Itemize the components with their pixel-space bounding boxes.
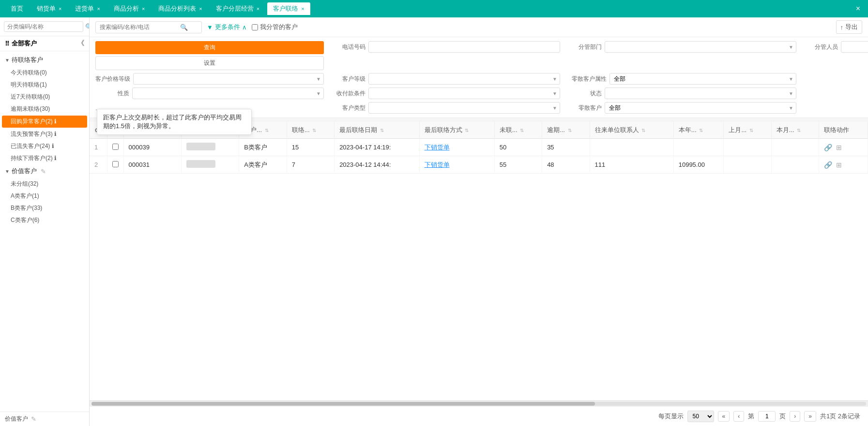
export-icon: ↑ bbox=[840, 24, 844, 31]
close-customer-contact-tab[interactable]: × bbox=[301, 6, 304, 12]
sidebar-group-pending[interactable]: ▼ 待联络客户 bbox=[0, 53, 89, 67]
row-2-link[interactable]: 下销货单 bbox=[425, 161, 450, 168]
sidebar-search-icon[interactable]: 🔍 bbox=[85, 23, 90, 30]
data-table-wrapper[interactable]: ⚙ 客户编码 ⇅ 客户名称 ⇅ 客户... ⇅ 联络... ⇅ 最后联络日期 ⇅… bbox=[90, 122, 868, 400]
search-icon[interactable]: 🔍 bbox=[180, 24, 188, 31]
row-1-link[interactable]: 下销货单 bbox=[425, 144, 450, 151]
col-overdue[interactable]: 逾期... ⇅ bbox=[542, 122, 590, 139]
filter-payment: 收付款条件 ▼ bbox=[332, 88, 560, 99]
nature-select[interactable] bbox=[132, 88, 324, 99]
sidebar-item-class-a[interactable]: A类客户(1) bbox=[0, 190, 89, 202]
page-number-input[interactable] bbox=[758, 411, 776, 422]
customer-search-input[interactable] bbox=[100, 24, 177, 30]
sidebar-item-churned[interactable]: 已流失客户(24) ℹ bbox=[0, 140, 89, 152]
per-page-select[interactable]: 50 20 100 bbox=[687, 411, 714, 422]
scroll-track[interactable] bbox=[91, 402, 866, 406]
row-1-select[interactable] bbox=[112, 144, 119, 150]
nav-tab-sales[interactable]: 销货单 × bbox=[31, 2, 67, 15]
sidebar-item-class-c[interactable]: C类客户(6) bbox=[0, 214, 89, 226]
sidebar-item-churn-warning[interactable]: 流失预警客户(3) ℹ bbox=[0, 128, 89, 140]
row-2-more-icon[interactable]: ⊞ bbox=[836, 161, 842, 169]
sidebar-header: ⠿ 全部客户 《 bbox=[0, 36, 89, 51]
row-1-last-month bbox=[724, 139, 771, 156]
sidebar-item-class-b[interactable]: B类客户(33) bbox=[0, 202, 89, 214]
retail-customer-select[interactable]: 全部 bbox=[605, 102, 796, 114]
total-records-label: 共1页 2条记录 bbox=[820, 412, 860, 421]
window-close-button[interactable]: × bbox=[853, 3, 863, 14]
nav-tab-purchase[interactable]: 进货单 × bbox=[69, 2, 106, 15]
sidebar-item-overdue[interactable]: 逾期未联络(30) bbox=[0, 103, 89, 115]
col-last-contact-method[interactable]: 最后联络方式 ⇅ bbox=[419, 122, 494, 139]
close-analysis-tab[interactable]: × bbox=[142, 6, 145, 12]
per-page-label: 每页显示 bbox=[658, 412, 684, 421]
sidebar-item-abnormal-repurchase[interactable]: 回购异常客户(2) ℹ bbox=[2, 116, 87, 128]
sidebar-item-unclassified[interactable]: 未分组(32) bbox=[0, 178, 89, 190]
payment-select[interactable] bbox=[368, 88, 560, 99]
col-uncontacted[interactable]: 未联... ⇅ bbox=[494, 122, 542, 139]
customer-level-select[interactable] bbox=[368, 73, 560, 85]
sidebar-search-area: 🔍 bbox=[0, 17, 89, 36]
sidebar-bottom-edit-icon[interactable]: ✎ bbox=[31, 415, 36, 423]
filter-manager: 分管人员 … bbox=[804, 41, 862, 53]
row-2-type: A类客户 bbox=[239, 156, 287, 174]
price-level-select[interactable] bbox=[133, 73, 324, 85]
sidebar-item-declining[interactable]: 持续下滑客户(2) ℹ bbox=[0, 152, 89, 164]
my-customers-checkbox[interactable] bbox=[252, 24, 258, 30]
col-contact-count[interactable]: 联络... ⇅ bbox=[287, 122, 334, 139]
row-1-uncontacted: 50 bbox=[494, 139, 542, 156]
edit-icon[interactable]: ✎ bbox=[41, 168, 46, 175]
nav-tab-customer-management[interactable]: 客户分层经营 × bbox=[210, 2, 265, 15]
row-2-last-contact-method[interactable]: 下销货单 bbox=[419, 156, 494, 174]
col-this-year[interactable]: 本年... ⇅ bbox=[673, 122, 724, 139]
sidebar-item-today[interactable]: 今天待联络(0) bbox=[0, 67, 89, 79]
sidebar-group-value[interactable]: ▼ 价值客户 ✎ bbox=[0, 164, 89, 178]
filter-nature: 性质 ▼ bbox=[95, 88, 324, 99]
row-2-checkbox bbox=[107, 156, 123, 174]
sidebar-item-tomorrow[interactable]: 明天待联络(1) bbox=[0, 79, 89, 91]
settings-button[interactable]: 设置 bbox=[95, 56, 324, 70]
last-page-button[interactable]: » bbox=[804, 411, 816, 422]
sidebar-tree: ▼ 待联络客户 今天待联络(0) 明天待联络(1) 近7天待联络(0) 逾期未联… bbox=[0, 51, 89, 411]
customer-type-select[interactable] bbox=[368, 102, 560, 114]
tooltip-overlay: 距客户上次交易时长，超过了此客户的平均交易周期的1.5倍，则视为异常。 bbox=[97, 109, 252, 135]
row-1-last-contact-method[interactable]: 下销货单 bbox=[419, 139, 494, 156]
row-2-view-icon[interactable]: 🔗 bbox=[824, 161, 832, 169]
next-page-button[interactable]: › bbox=[790, 411, 800, 422]
close-customer-mgmt-tab[interactable]: × bbox=[257, 6, 259, 12]
phone-input[interactable] bbox=[368, 41, 560, 53]
col-last-contact-date[interactable]: 最后联络日期 ⇅ bbox=[335, 122, 419, 139]
sidebar-item-7days[interactable]: 近7天待联络(0) bbox=[0, 91, 89, 103]
first-page-button[interactable]: « bbox=[718, 411, 730, 422]
horizontal-scrollbar[interactable] bbox=[90, 400, 868, 406]
row-1-type: B类客户 bbox=[239, 139, 287, 156]
nav-tab-home[interactable]: 首页 bbox=[5, 2, 29, 15]
nav-tab-analysis[interactable]: 商品分析 × bbox=[108, 2, 151, 15]
status-select[interactable] bbox=[605, 88, 796, 99]
row-1-overdue: 35 bbox=[542, 139, 590, 156]
close-analysis-list-tab[interactable]: × bbox=[199, 6, 202, 12]
more-conditions-button[interactable]: ▼ 更多条件 ∧ bbox=[207, 23, 247, 31]
department-select[interactable] bbox=[605, 41, 796, 53]
row-1-more-icon[interactable]: ⊞ bbox=[836, 144, 842, 151]
retail-attr-select[interactable]: 全部 bbox=[609, 73, 796, 85]
sidebar-collapse-button[interactable]: 《 bbox=[77, 39, 84, 48]
export-button[interactable]: ↑ 导出 bbox=[836, 20, 863, 34]
row-2-overdue: 48 bbox=[542, 156, 590, 174]
col-this-month[interactable]: 本月... ⇅ bbox=[771, 122, 819, 139]
nav-tab-customer-contact[interactable]: 客户联络 × bbox=[267, 2, 310, 15]
scroll-thumb[interactable] bbox=[91, 402, 595, 406]
nav-tab-analysis-list[interactable]: 商品分析列表 × bbox=[152, 2, 208, 15]
row-1-view-icon[interactable]: 🔗 bbox=[824, 144, 832, 151]
manager-input[interactable] bbox=[841, 41, 868, 53]
col-last-month[interactable]: 上月... ⇅ bbox=[724, 122, 771, 139]
row-2-select[interactable] bbox=[112, 161, 119, 167]
page-label: 第 bbox=[748, 412, 754, 421]
col-contact-person[interactable]: 往来单位联系人 ⇅ bbox=[590, 122, 673, 139]
close-sales-tab[interactable]: × bbox=[59, 6, 61, 12]
prev-page-button[interactable]: ‹ bbox=[733, 411, 744, 422]
close-purchase-tab[interactable]: × bbox=[97, 6, 100, 12]
chevron-up-icon: ∧ bbox=[242, 24, 247, 31]
row-2-uncontacted: 55 bbox=[494, 156, 542, 174]
sidebar-search-input[interactable] bbox=[4, 21, 83, 32]
query-button[interactable]: 查询 bbox=[95, 41, 324, 54]
